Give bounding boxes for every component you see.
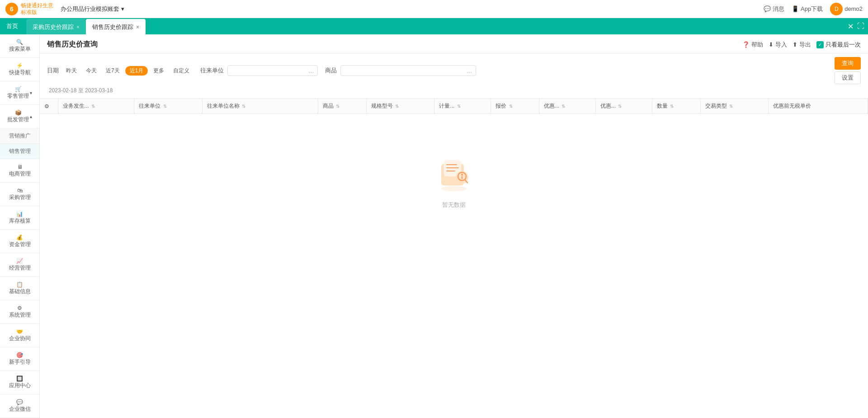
sidebar-item-search-menu[interactable]: 🔍 搜索菜单 — [0, 34, 39, 58]
sort-icon-qty: ⇅ — [670, 104, 674, 109]
date-label: 日期 — [47, 66, 59, 75]
avatar: D — [830, 3, 843, 15]
tab-bar-right-controls: ✕ ⛶ — [848, 22, 868, 31]
new-guide-icon: 🎯 — [2, 352, 38, 358]
tab-sales-history[interactable]: 销售历史价跟踪 × — [86, 19, 146, 35]
main-layout: 🔍 搜索菜单 ⚡ 快捷导航 🛒 零售管理 ▾ 📦 批发管理 ▴ 营销推广 — [0, 34, 868, 418]
th-spec[interactable]: 规格型号 ⇅ — [366, 99, 434, 114]
enterprise-wechat-icon: 💬 — [2, 399, 38, 405]
sidebar-item-app-center[interactable]: 🔲 应用中心 — [0, 371, 39, 394]
system-icon: ⚙ — [2, 305, 38, 311]
sidebar-item-new-guide[interactable]: 🎯 新手引导 — [0, 347, 39, 371]
filter-row-1: 日期 昨天 今天 近7天 近1月 更多 自定义 往来单位 ... — [47, 57, 861, 84]
sidebar-item-sales-mgmt[interactable]: 销售管理 — [0, 144, 39, 159]
gear-icon[interactable]: ⚙ — [44, 103, 49, 109]
sidebar-item-enterprise-collab[interactable]: 🤝 企业协同 — [0, 324, 39, 347]
sidebar: 🔍 搜索菜单 ⚡ 快捷导航 🛒 零售管理 ▾ 📦 批发管理 ▴ 营销推广 — [0, 34, 40, 418]
sidebar-item-finance[interactable]: 💰 资金管理 — [0, 230, 39, 253]
close-tab-purchase[interactable]: × — [76, 24, 80, 30]
svg-point-0 — [441, 186, 467, 191]
sort-icon-discount2: ⇅ — [618, 104, 622, 109]
tab-bar: 首页 采购历史价跟踪 × 销售历史价跟踪 × ✕ ⛶ — [0, 18, 868, 34]
th-gear[interactable]: ⚙ — [40, 99, 58, 114]
partner-filter: 往来单位 ... — [200, 65, 318, 76]
sidebar-item-ecommerce[interactable]: 🖥 电商管理 — [0, 159, 39, 183]
date-tab-yesterday[interactable]: 昨天 — [62, 66, 80, 76]
maximize-btn[interactable]: ⛶ — [857, 22, 864, 30]
goods-label: 商品 — [325, 66, 337, 75]
goods-input[interactable]: ... — [340, 65, 476, 76]
sidebar-item-marketing[interactable]: 营销推广 — [0, 128, 39, 144]
tab-home[interactable]: 首页 — [0, 18, 24, 34]
sidebar-item-wholesale-mgmt[interactable]: 📦 批发管理 ▴ — [0, 105, 39, 128]
app-selector[interactable]: 办公用品行业模拟账套 ▾ — [57, 3, 128, 15]
settings-button[interactable]: 设置 — [835, 71, 861, 84]
query-button[interactable]: 查询 — [835, 57, 861, 70]
sidebar-item-basic-info[interactable]: 📋 基础信息 — [0, 277, 39, 300]
export-btn[interactable]: ⬆ 导出 — [793, 41, 811, 49]
sidebar-item-quick-nav[interactable]: ⚡ 快捷导航 — [0, 58, 39, 81]
date-tab-today[interactable]: 今天 — [82, 66, 100, 76]
sort-icon-spec: ⇅ — [395, 104, 399, 109]
th-partner-code[interactable]: 往来单位 ⇅ — [134, 99, 203, 114]
date-tab-7days[interactable]: 近7天 — [102, 66, 123, 76]
sort-icon-biz-date: ⇅ — [91, 104, 95, 109]
th-discount1[interactable]: 优惠... ⇅ — [539, 99, 596, 114]
wholesale-submenu: 营销推广 销售管理 — [0, 128, 39, 159]
only-last-checkbox[interactable]: ✓ 只看最后一次 — [816, 41, 861, 49]
content-area: 销售历史价查询 ❓ 帮助 ⬇ 导入 ⬆ 导出 ✓ 只看最后一次 — [40, 34, 868, 418]
checkbox-checked-icon: ✓ — [816, 41, 824, 48]
close-all-tabs-btn[interactable]: ✕ — [848, 22, 854, 31]
partner-input-dots: ... — [309, 67, 314, 74]
th-discount2[interactable]: 优惠... ⇅ — [596, 99, 652, 114]
th-biz-date[interactable]: 业务发生... ⇅ — [58, 99, 134, 114]
sidebar-item-inventory[interactable]: 📊 库存核算 — [0, 206, 39, 230]
sort-icon-partner-name: ⇅ — [242, 104, 245, 109]
quick-nav-icon: ⚡ — [2, 62, 38, 69]
page-title: 销售历史价查询 — [47, 40, 98, 49]
th-quote[interactable]: 报价 ⇅ — [491, 99, 539, 114]
app-download-btn[interactable]: 📱 App下载 — [792, 5, 823, 13]
empty-icon — [431, 150, 476, 195]
date-tab-more[interactable]: 更多 — [150, 66, 168, 76]
sort-icon-trade-type: ⇅ — [729, 104, 733, 109]
date-tab-1month[interactable]: 近1月 — [125, 66, 148, 76]
sort-icon-discount1: ⇅ — [561, 104, 565, 109]
partner-input[interactable]: ... — [227, 65, 318, 76]
sidebar-item-retail-mgmt[interactable]: 🛒 零售管理 ▾ — [0, 81, 39, 105]
th-goods[interactable]: 商品 ⇅ — [318, 99, 367, 114]
th-pretax-price[interactable]: 优惠前无税单价 — [769, 99, 868, 114]
sidebar-item-purchase[interactable]: 🛍 采购管理 — [0, 183, 39, 206]
import-btn[interactable]: ⬇ 导入 — [769, 41, 787, 49]
th-qty[interactable]: 数量 ⇅ — [652, 99, 701, 114]
purchase-icon: 🛍 — [2, 187, 38, 194]
goods-input-dots: ... — [467, 67, 472, 74]
close-tab-sales[interactable]: × — [136, 24, 139, 30]
import-icon: ⬇ — [769, 41, 774, 48]
top-bar-left: 6 畅捷通好生意 标准版 办公用品行业模拟账套 ▾ — [5, 2, 128, 15]
top-bar: 6 畅捷通好生意 标准版 办公用品行业模拟账套 ▾ 💬 消息 📱 App下载 D… — [0, 0, 868, 18]
help-btn[interactable]: ❓ 帮助 — [742, 41, 763, 49]
sidebar-item-enterprise-wechat[interactable]: 💬 企业微信 — [0, 394, 39, 418]
message-btn[interactable]: 💬 消息 — [764, 5, 784, 13]
date-filter: 日期 昨天 今天 近7天 近1月 更多 自定义 — [47, 66, 193, 76]
search-menu-icon: 🔍 — [2, 39, 38, 45]
table-header-row: ⚙ 业务发生... ⇅ 往来单位 ⇅ 往来单位名称 ⇅ — [40, 99, 868, 114]
date-range-display: 2023-02-18 至 2023-03-18 — [49, 87, 113, 95]
th-partner-name[interactable]: 往来单位名称 ⇅ — [203, 99, 318, 114]
date-tab-custom[interactable]: 自定义 — [170, 66, 193, 76]
page-header-actions: ❓ 帮助 ⬇ 导入 ⬆ 导出 ✓ 只看最后一次 — [742, 41, 861, 49]
sort-icon-goods: ⇅ — [336, 104, 340, 109]
app-center-icon: 🔲 — [2, 375, 38, 382]
enterprise-collab-icon: 🤝 — [2, 328, 38, 335]
ecommerce-icon: 🖥 — [2, 164, 38, 170]
top-bar-right: 💬 消息 📱 App下载 D demo2 — [764, 3, 863, 15]
sidebar-item-operation[interactable]: 📈 经营管理 — [0, 253, 39, 277]
user-menu[interactable]: D demo2 — [830, 3, 863, 15]
basic-info-icon: 📋 — [2, 281, 38, 288]
th-trade-type[interactable]: 交易类型 ⇅ — [700, 99, 769, 114]
chevron-down-icon-retail: ▾ — [30, 90, 32, 95]
th-unit[interactable]: 计量... ⇅ — [434, 99, 491, 114]
tab-purchase-history[interactable]: 采购历史价跟踪 × — [26, 19, 86, 35]
sidebar-item-system[interactable]: ⚙ 系统管理 — [0, 300, 39, 324]
